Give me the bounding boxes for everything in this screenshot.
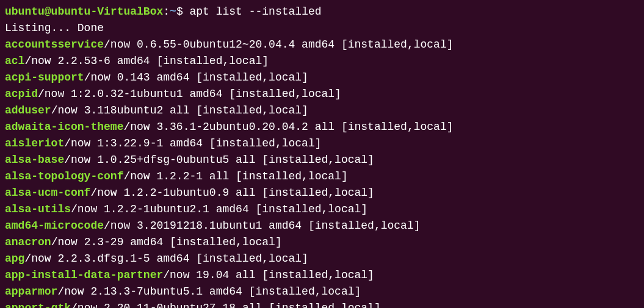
package-line: apg/now 2.2.3.dfsg.1-5 amd64 [installed,… (5, 251, 639, 267)
package-details: /now 3.36.1-2ubuntu0.20.04.2 all [instal… (123, 121, 453, 133)
prompt-marker: $ (176, 5, 183, 18)
package-name: acpid (5, 88, 38, 100)
package-name: alsa-ucm-conf (5, 187, 90, 199)
package-details: /now 2.20.11-0ubuntu27.18 all [installed… (71, 302, 381, 308)
package-name: acpi-support (5, 71, 84, 84)
package-details: /now 3.118ubuntu2 all [installed,local] (51, 104, 308, 116)
package-line: acpi-support/now 0.143 amd64 [installed,… (5, 70, 639, 86)
package-line: app-install-data-partner/now 19.04 all [… (5, 267, 639, 284)
package-details: /now 1.0.25+dfsg-0ubuntu5 all [installed… (64, 154, 374, 166)
package-name: anacron (5, 236, 51, 248)
package-details: /now 0.6.55-0ubuntu12~20.04.4 amd64 [ins… (104, 38, 454, 51)
package-line: alsa-base/now 1.0.25+dfsg-0ubuntu5 all [… (5, 152, 639, 168)
package-name: alsa-base (5, 154, 64, 166)
package-line: aisleriot/now 1:3.22.9-1 amd64 [installe… (5, 135, 639, 152)
package-line: accountsservice/now 0.6.55-0ubuntu12~20.… (5, 37, 639, 53)
package-line: alsa-utils/now 1.2.2-1ubuntu2.1 amd64 [i… (5, 201, 639, 218)
package-name: acl (5, 55, 24, 67)
package-details: /now 3.20191218.1ubuntu1 amd64 [installe… (104, 220, 420, 232)
package-name: apg (5, 252, 24, 265)
package-line: anacron/now 2.3-29 amd64 [installed,loca… (5, 234, 639, 251)
prompt-command: apt list --installed (190, 5, 322, 18)
package-name: adduser (5, 104, 51, 116)
package-name: app-install-data-partner (5, 269, 163, 281)
package-details: /now 1:2.0.32-1ubuntu1 amd64 [installed,… (38, 88, 341, 100)
package-details: /now 1:3.22.9-1 amd64 [installed,local] (64, 137, 321, 149)
prompt-user-host: ubuntu@ubuntu-VirtualBox (5, 5, 163, 18)
package-name: alsa-utils (5, 203, 71, 215)
package-line: acl/now 2.2.53-6 amd64 [installed,local] (5, 53, 639, 70)
package-details: /now 2.3-29 amd64 [installed,local] (51, 236, 282, 248)
package-name: accountsservice (5, 38, 104, 51)
package-line: alsa-topology-conf/now 1.2.2-1 all [inst… (5, 168, 639, 185)
prompt-path: ~ (170, 5, 176, 18)
package-details: /now 1.2.2-1ubuntu2.1 amd64 [installed,l… (71, 203, 367, 215)
package-line: adwaita-icon-theme/now 3.36.1-2ubuntu0.2… (5, 119, 639, 135)
package-name: amd64-microcode (5, 220, 104, 232)
package-details: /now 1.2.2-1ubuntu0.9 all [installed,loc… (90, 187, 374, 199)
package-line: alsa-ucm-conf/now 1.2.2-1ubuntu0.9 all [… (5, 185, 639, 201)
package-name: adwaita-icon-theme (5, 121, 123, 133)
package-details: /now 19.04 all [installed,local] (163, 269, 374, 281)
package-name: aisleriot (5, 137, 64, 149)
package-name: apport-gtk (5, 302, 71, 308)
package-list: accountsservice/now 0.6.55-0ubuntu12~20.… (5, 37, 639, 308)
terminal-output[interactable]: ubuntu@ubuntu-VirtualBox:~$ apt list --i… (5, 4, 639, 308)
package-details: /now 2.2.53-6 amd64 [installed,local] (24, 55, 269, 67)
package-line: adduser/now 3.118ubuntu2 all [installed,… (5, 102, 639, 119)
prompt-line: ubuntu@ubuntu-VirtualBox:~$ apt list --i… (5, 4, 639, 20)
package-details: /now 2.2.3.dfsg.1-5 amd64 [installed,loc… (24, 252, 308, 265)
prompt-colon: : (163, 5, 170, 18)
package-line: apport-gtk/now 2.20.11-0ubuntu27.18 all … (5, 300, 639, 308)
package-name: alsa-topology-conf (5, 170, 123, 182)
package-name: apparmor (5, 285, 57, 298)
package-line: apparmor/now 2.13.3-7ubuntu5.1 amd64 [in… (5, 284, 639, 300)
package-details: /now 1.2.2-1 all [installed,local] (123, 170, 347, 182)
package-line: amd64-microcode/now 3.20191218.1ubuntu1 … (5, 218, 639, 234)
status-line: Listing... Done (5, 22, 104, 34)
package-details: /now 2.13.3-7ubuntu5.1 amd64 [installed,… (57, 285, 361, 298)
package-line: acpid/now 1:2.0.32-1ubuntu1 amd64 [insta… (5, 86, 639, 102)
package-details: /now 0.143 amd64 [installed,local] (84, 71, 308, 84)
